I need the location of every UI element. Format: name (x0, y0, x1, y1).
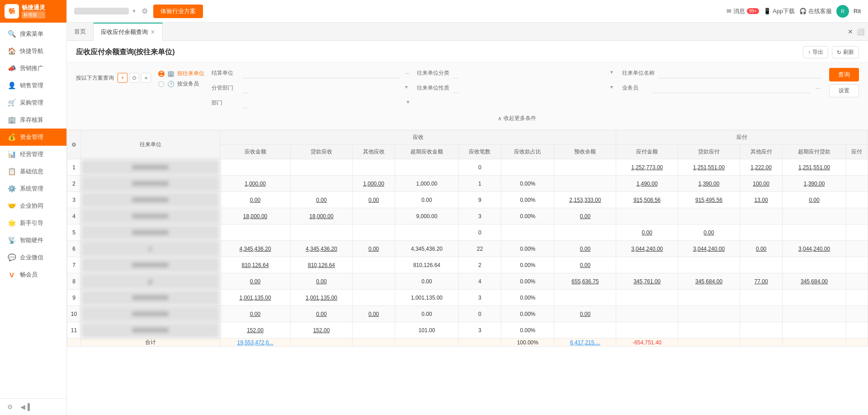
footer-qtys (352, 339, 395, 347)
th-yf5: 应付 (846, 145, 868, 159)
sidebar-item-guide[interactable]: 🌟 新手引导 (0, 215, 66, 232)
tab-close-icon[interactable]: ✕ (151, 29, 155, 35)
page-area: 应收应付余额查询(按往来单位) ↑ 导出 ↻ 刷新 按以下方案查询 + (67, 41, 868, 415)
cell-no: 3 (67, 192, 81, 208)
sidebar-item-inventory[interactable]: 🏢 库存核算 (0, 111, 66, 129)
message-btn[interactable]: ✉ 消息 99+ (726, 7, 759, 15)
sidebar-settings-btn[interactable]: ⚙ (7, 403, 13, 410)
scheme-radio-by-unit (158, 71, 165, 77)
sidebar-item-hardware[interactable]: 📡 智能硬件 (0, 232, 66, 249)
refresh-button[interactable]: ↻ 刷新 (832, 46, 859, 58)
sidebar-item-search-menu[interactable]: 🔍 搜索菜单 (0, 25, 66, 43)
marketing-icon: 📣 (7, 64, 16, 72)
cell-no: 5 (67, 224, 81, 241)
basic-icon: 📋 (7, 167, 16, 176)
promo-button[interactable]: 体验行业方案 (153, 5, 203, 18)
footer-ysey[interactable]: 6,417,215.... (554, 339, 616, 347)
sidebar-item-quick-nav[interactable]: 🏠 快捷导航 (0, 43, 66, 60)
refresh-icon: ↻ (837, 49, 841, 56)
export-label: 导出 (812, 48, 823, 56)
sidebar-item-label: 基础信息 (20, 167, 43, 176)
footer-dkyf (678, 339, 740, 347)
filter-input-settlement[interactable] (242, 68, 400, 78)
query-button[interactable]: 查询 (829, 68, 859, 81)
tab-ar-ap[interactable]: 应收应付余额查询 ✕ (94, 23, 163, 41)
filter-input-partner-name[interactable] (658, 68, 822, 78)
system-icon: ⚙️ (7, 185, 16, 193)
ar-ap-tab-label: 应收应付余额查询 (101, 28, 148, 36)
settlement-dots-icon[interactable]: ··· (403, 70, 411, 76)
service-btn[interactable]: 🎧 在线客服 (799, 7, 832, 15)
salesperson-dots-icon[interactable]: ··· (814, 85, 822, 91)
scheme-add-btn[interactable]: + (118, 73, 127, 83)
home-tab-label: 首页 (74, 28, 86, 36)
footer-ysje[interactable]: 19,553,472,6... (220, 339, 291, 347)
sidebar-item-system[interactable]: ⚙️ 系统管理 (0, 180, 66, 197)
export-button[interactable]: ↑ 导出 (803, 46, 828, 58)
main-content: 首页 应收应付余额查询 ✕ ✕ ⬜ 应收应付余额查询(按往来单位) ↑ 导出 ↻… (67, 23, 868, 415)
footer-yf5 (846, 339, 868, 347)
th-group-yingshou: 应收 (220, 130, 616, 145)
table-row: 4XXXXXXXXXX18,000.0018,000.009,000.0030.… (67, 208, 868, 224)
cell-no: 7 (67, 257, 81, 273)
filter-label-dept: 分管部门 (212, 84, 239, 92)
scheme-radio-by-staff (158, 81, 165, 87)
window-close-icon[interactable]: ✕ (848, 28, 853, 35)
cell-no: 6 (67, 241, 81, 257)
app-icon: 📱 (764, 8, 771, 14)
th-yfje: 应付金额 (616, 145, 678, 159)
filter-select-partner-nature[interactable] (453, 83, 458, 93)
cell-partner: XXXXXXXXXX (81, 224, 220, 241)
username: Rit (854, 8, 861, 14)
filter-select-sub-dept[interactable] (242, 98, 248, 108)
tab-home[interactable]: 首页 (67, 23, 94, 41)
tab-bar: 首页 应收应付余额查询 ✕ ✕ ⬜ (67, 23, 868, 41)
cell-partner: XXXXXXXXXX (81, 257, 220, 273)
cell-partner: XXXXXXXXXX (81, 290, 220, 306)
sidebar-item-purchase[interactable]: 🛒 采购管理 (0, 94, 66, 111)
table-row: 9XXXXXXXXXX1,001,135.001,001,135.001,001… (67, 290, 868, 306)
filter-select-partner-category[interactable] (453, 68, 458, 78)
sidebar-item-operation[interactable]: 📊 经营管理 (0, 146, 66, 163)
sidebar-item-label: 库存核算 (20, 116, 43, 124)
filter-field-partner-category: 往来单位分类 (417, 68, 617, 78)
cell-partner: XXXXXXXXXX (81, 306, 220, 322)
sidebar-item-sales[interactable]: 👤 销售管理 (0, 77, 66, 94)
collapse-label: 收起更多条件 (504, 114, 536, 122)
footer-yskzb: 100.00% (501, 339, 554, 347)
page-header: 应收应付余额查询(按往来单位) ↑ 导出 ↻ 刷新 (67, 41, 868, 62)
filter-input-salesperson[interactable] (653, 83, 810, 93)
scheme-option-by-staff[interactable]: 🕐 按业务员 (158, 80, 204, 88)
scheme-label: 按以下方案查询 (76, 74, 114, 82)
message-badge: 99+ (747, 8, 759, 14)
sidebar-item-finance[interactable]: 💰 资金管理 (0, 129, 66, 146)
filter-select-dept[interactable] (242, 83, 248, 93)
cell-no: 4 (67, 208, 81, 224)
header-gear-icon[interactable]: ⚙ (142, 7, 148, 15)
sidebar-item-wechat[interactable]: 💬 企业微信 (0, 249, 66, 266)
sidebar-item-label: 系统管理 (20, 185, 43, 193)
wechat-icon: 💬 (7, 253, 16, 262)
th-dkys: 贷款应收 (291, 145, 353, 159)
th-setting[interactable]: ⚙ (67, 130, 81, 159)
scheme-collapse-btn[interactable]: « (141, 73, 151, 83)
filter-label-settlement: 结算单位 (212, 69, 239, 77)
settings-button[interactable]: 设置 (829, 84, 859, 97)
sidebar-collapse-btn[interactable]: ◀▐ (20, 403, 30, 410)
sidebar-item-label: 采购管理 (20, 99, 43, 107)
window-maximize-icon[interactable]: ⬜ (857, 28, 864, 35)
scheme-option-by-unit[interactable]: 🏢 按往来单位 (158, 70, 204, 77)
app-download-btn[interactable]: 📱 App下载 (764, 7, 795, 15)
sidebar-item-basic[interactable]: 📋 基础信息 (0, 163, 66, 180)
table-footer-row: 合计 19,553,472,6... 100.00% 6,417,215....… (67, 339, 868, 347)
cell-no: 2 (67, 176, 81, 192)
filter-collapse-btn[interactable]: ∧ 收起更多条件 (212, 113, 822, 124)
cell-partner: XXXXXXXXXX (81, 322, 220, 339)
breadcrumb-arrow-icon[interactable]: ▼ (132, 9, 136, 14)
sidebar-item-corp[interactable]: 🤝 企业协同 (0, 197, 66, 215)
sidebar-item-marketing[interactable]: 📣 营销推广 (0, 60, 66, 77)
sidebar-item-member[interactable]: V 畅会员 (0, 266, 66, 283)
filter-field-sub-dept: 部门 (212, 98, 413, 108)
scheme-edit-btn[interactable]: ⊙ (129, 73, 139, 83)
message-icon: ✉ (726, 8, 731, 14)
